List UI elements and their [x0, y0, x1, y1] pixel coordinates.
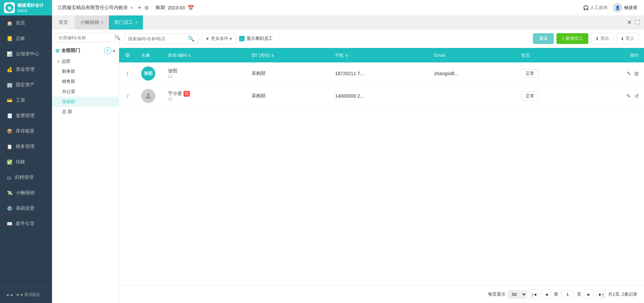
- dept-tree: ▼ 总部 财务部 销售部 办公室 采购部: [52, 56, 119, 117]
- guide-icon: 📖: [7, 221, 12, 226]
- sidebar-item-inventory[interactable]: 📦 库存核算: [0, 123, 52, 139]
- dept-root-label: 总部: [62, 58, 70, 64]
- tab-dept-close[interactable]: ×: [135, 20, 138, 25]
- dept-item-general[interactable]: 总 部: [52, 107, 119, 117]
- invoice-icon: 🧾: [7, 113, 12, 118]
- dept-edit-btn[interactable]: ✎: [104, 47, 111, 54]
- invite-btn[interactable]: 邀请: [533, 33, 554, 44]
- row2-tag: 应: [183, 91, 190, 97]
- col-settings[interactable]: ⚙: [119, 48, 136, 62]
- close-window-btn[interactable]: ✕: [627, 19, 632, 26]
- unpin-label: ◄◄ 取消固定: [15, 292, 41, 298]
- unpin-btn[interactable]: ◄◄ ◄◄ 取消固定: [0, 289, 52, 300]
- home-icon: 🏠: [7, 20, 12, 26]
- calendar-icon[interactable]: 📅: [187, 5, 194, 11]
- logo-section: 畅 畅捷通好会计 旗舰版: [0, 2, 52, 13]
- sidebar-item-assets[interactable]: 🏢 固定资产: [0, 77, 52, 93]
- tab-home[interactable]: 首页: [52, 15, 75, 30]
- import-btn[interactable]: ⬇ 导入: [616, 33, 639, 44]
- row2-phone-cell: 14000000 2...: [330, 85, 429, 107]
- employee-search-box[interactable]: 🔍: [124, 34, 198, 44]
- maximize-btn[interactable]: ⛶: [635, 19, 640, 26]
- dept-item-root[interactable]: ▼ 总部: [52, 56, 119, 66]
- row1-phone-cell: 18720211 7...: [330, 62, 429, 85]
- row1-edit-btn[interactable]: ✎: [627, 70, 631, 77]
- last-page-btn[interactable]: ►|: [596, 290, 605, 299]
- service-btn[interactable]: 🎧 人工咨询: [583, 5, 607, 11]
- dept-office-label: 办公室: [62, 89, 75, 94]
- sidebar-label-inventory: 库存核算: [16, 128, 35, 134]
- row2-avatar-cell: [136, 85, 163, 107]
- row1-actions: ✎ ⊞: [592, 70, 639, 77]
- show-resigned-checkbox-area[interactable]: ✓ 显示离职员工: [239, 36, 273, 42]
- dept-collapse-btn[interactable]: «: [113, 48, 115, 53]
- add-company-icon[interactable]: +: [138, 4, 142, 12]
- row2-delete-btn[interactable]: ↺: [634, 93, 639, 99]
- row1-phone: 18720211 7...: [335, 71, 364, 76]
- dept-item-office[interactable]: 办公室: [52, 87, 119, 97]
- tab-dept[interactable]: 部门员工 ×: [109, 15, 143, 30]
- row1-more-btn[interactable]: ⊞: [634, 70, 639, 77]
- tab-xiaochang[interactable]: 小畅报销 ×: [75, 15, 109, 30]
- svg-point-2: [147, 93, 150, 96]
- row1-name-cell: 张熙 11: [163, 62, 246, 85]
- first-page-btn[interactable]: |◄: [530, 290, 539, 299]
- resigned-checkbox[interactable]: ✓: [239, 36, 245, 41]
- col-dept[interactable]: 部门/职位 ⇅: [246, 48, 330, 62]
- col-phone[interactable]: 手机 ⇅: [330, 48, 429, 62]
- export-icon: ⬆: [595, 36, 599, 41]
- more-conditions-btn[interactable]: ▼ 更多条件 ▾: [202, 33, 236, 44]
- row2-name-cell: 宁小壹 应 12: [163, 85, 246, 107]
- dept-search-box[interactable]: 🔍: [55, 33, 115, 42]
- company-dropdown-icon[interactable]: ▾: [130, 5, 133, 10]
- sidebar-item-xiaochang[interactable]: 💸 小畅报销: [0, 185, 52, 201]
- next-page-btn[interactable]: ►: [584, 290, 593, 299]
- employee-search-input[interactable]: [128, 36, 186, 41]
- sidebar-item-reports[interactable]: 📊 云报表中心: [0, 46, 52, 62]
- sidebar-item-home[interactable]: 🏠 首页: [0, 15, 52, 31]
- unpin-icon: ◄◄: [5, 293, 13, 297]
- export-btn[interactable]: ⬆ 导出: [591, 33, 613, 44]
- tab-bar: 首页 小畅报销 × 部门员工 × ✕ ⛶: [52, 15, 644, 30]
- sidebar-item-tax[interactable]: 📋 税务管理: [0, 139, 52, 154]
- add-employee-btn[interactable]: + 新增员工: [556, 33, 588, 44]
- sidebar-item-ledger[interactable]: 📒 总账: [0, 31, 52, 46]
- prev-page-btn[interactable]: ◄: [542, 290, 551, 299]
- sidebar-item-guide[interactable]: 📖 新手引导: [0, 216, 52, 232]
- employee-table-container: ⚙ 头像 姓名/编码 ⇅ 部门/职位 ⇅: [119, 48, 644, 285]
- dept-item-purchase[interactable]: 采购部: [52, 97, 119, 107]
- dept-purchase-label: 采购部: [62, 99, 75, 104]
- header-company-area: 江西服宝精品有限责任公司内账张 ▾ + ⚙ 账期 2023-03 📅: [52, 0, 576, 15]
- dept-item-finance[interactable]: 财务部: [52, 66, 119, 77]
- dept-expand-icon: ▼: [57, 59, 60, 63]
- dept-grid-icon: ⊞: [55, 48, 59, 53]
- sidebar-item-archive[interactable]: 🗂 归档管理: [0, 170, 52, 185]
- per-page-select[interactable]: 50 100 200: [508, 290, 527, 299]
- sidebar-item-invoice[interactable]: 🧾 发票管理: [0, 108, 52, 123]
- sidebar-item-checkout[interactable]: ✅ 结账: [0, 154, 52, 170]
- pagination: 每页显示 50 100 200 |◄ ◄ 第 页 ► ►| 共1页,: [119, 285, 644, 303]
- edition-badge: 旗舰版: [17, 8, 44, 13]
- row2-edit-btn[interactable]: ✎: [627, 93, 631, 99]
- sidebar-item-salary[interactable]: 💳 工资: [0, 93, 52, 108]
- page-input[interactable]: [561, 291, 574, 298]
- table-row: 2 宁小壹 应: [119, 85, 644, 107]
- check-icon: ✓: [240, 37, 243, 41]
- col-name[interactable]: 姓名/编码 ⇅: [163, 48, 246, 62]
- row1-num: 1: [119, 62, 136, 85]
- ledger-icon: 📒: [7, 36, 12, 41]
- sidebar-label-ledger: 总账: [16, 36, 25, 42]
- row1-avatar: 张熙: [141, 66, 155, 81]
- dept-search-input[interactable]: [58, 35, 115, 40]
- sidebar-item-settings[interactable]: ⚙️ 基础设置: [0, 201, 52, 216]
- settings-icon[interactable]: ⚙: [144, 5, 149, 11]
- all-dept-label[interactable]: 全部部门: [61, 48, 80, 54]
- tab-xiaochang-close[interactable]: ×: [101, 20, 103, 25]
- sort-dept-icon: ⇅: [271, 54, 274, 57]
- dept-panel: 🔍 ⊞ 全部部门 ✎ « ▼: [52, 30, 119, 303]
- employee-table: ⚙ 头像 姓名/编码 ⇅ 部门/职位 ⇅: [119, 48, 644, 107]
- dept-item-sales[interactable]: 销售部: [52, 77, 119, 87]
- user-area[interactable]: 👤 畅捷通: [613, 3, 637, 12]
- sidebar-item-funds[interactable]: 💰 资金管理: [0, 62, 52, 77]
- row2-dept-cell: 采购部: [246, 85, 330, 107]
